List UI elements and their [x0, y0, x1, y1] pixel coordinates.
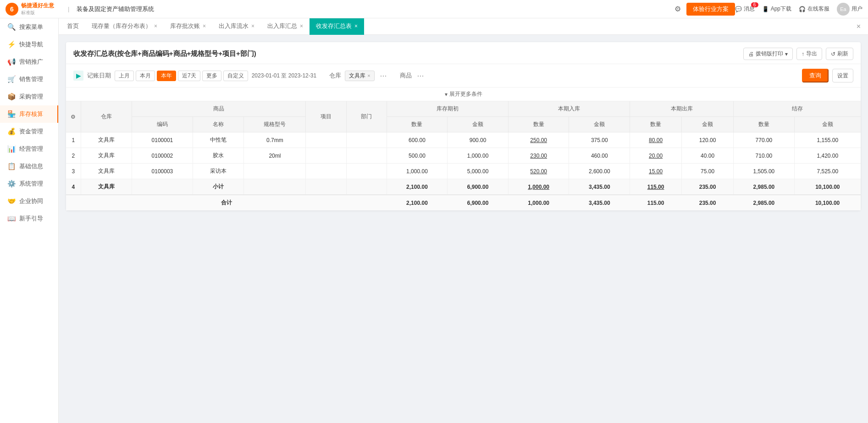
sidebar-item-quick[interactable]: ⚡ 快捷导航	[0, 36, 58, 53]
tab-recv-send[interactable]: 收发存汇总表 ×	[310, 18, 364, 35]
th-goods-name: 名称	[193, 117, 244, 132]
sidebar-item-system[interactable]: ⚙️ 系统管理	[0, 175, 58, 192]
sidebar-item-operation[interactable]: 📊 经营管理	[0, 140, 58, 158]
tab-inout-flow[interactable]: 出入库流水 ×	[212, 18, 261, 35]
sidebar-label-sales: 销售管理	[19, 75, 43, 83]
date-btn-more[interactable]: 更多	[202, 71, 221, 81]
chart-icon: 📊	[7, 145, 16, 153]
date-btn-7days[interactable]: 近7天	[178, 71, 200, 81]
sidebar-item-search[interactable]: 🔍 搜索菜单	[0, 18, 58, 36]
footer-bal-qty: 2,985.00	[734, 195, 795, 210]
date-btn-this-month[interactable]: 本月	[136, 71, 155, 81]
th-in-qty: 数量	[508, 117, 569, 132]
tab-close-inout-flow[interactable]: ×	[251, 23, 254, 29]
filter-area: ▶ 记账日期 上月 本月 本年 近7天 更多 自定义 2023-01-01 至 …	[66, 64, 861, 88]
sidebar-item-marketing[interactable]: 📢 营销推广	[0, 53, 58, 71]
date-range-text: 2023-01-01 至 2023-12-31	[252, 72, 316, 80]
tab-inout-summary[interactable]: 出入库汇总 ×	[261, 18, 310, 35]
refresh-button[interactable]: ↺ 刷新	[826, 48, 853, 60]
message-badge: 6	[751, 2, 758, 7]
page-card: 收发存汇总表(按仓库+商品编码+商品+规格型号+项目+部门) 🖨 拨销版打印 ▾…	[66, 42, 861, 210]
chevron-down-small-icon: ▾	[445, 91, 448, 98]
chevron-down-icon: ▾	[785, 51, 788, 57]
th-project: 项目	[306, 101, 346, 132]
warehouse-more[interactable]: ···	[380, 71, 387, 81]
th-goods-code: 编码	[132, 117, 193, 132]
th-bal-qty: 数量	[734, 117, 795, 132]
list-icon: 📋	[7, 162, 16, 170]
headset-icon: 🎧	[799, 6, 806, 12]
expand-more-button[interactable]: ▾ 展开更多条件	[445, 90, 482, 98]
sidebar-item-sales[interactable]: 🛒 销售管理	[0, 71, 58, 88]
footer-in-amt: 3,435.00	[569, 195, 630, 210]
date-btn-custom[interactable]: 自定义	[223, 71, 248, 81]
message-icon-item[interactable]: 💬 消息 6	[735, 5, 755, 13]
export-button[interactable]: ↑ 导出	[796, 48, 822, 60]
tab-close-inout-summary[interactable]: ×	[300, 23, 303, 29]
warehouse-tag-close[interactable]: ×	[367, 73, 370, 78]
tab-home[interactable]: 首页	[61, 18, 85, 35]
expand-more-row: ▾ 展开更多条件	[66, 88, 861, 101]
tab-close-recv-send[interactable]: ×	[354, 23, 358, 29]
settings-filter-button[interactable]: 设置	[832, 69, 853, 82]
th-open-qty: 数量	[387, 117, 448, 132]
sidebar-label-enterprise: 企业协同	[19, 197, 43, 205]
sidebar-item-finance[interactable]: 💰 资金管理	[0, 123, 58, 140]
sidebar-label-marketing: 营销推广	[19, 58, 43, 66]
sidebar-item-inventory[interactable]: 🏪 库存核算	[0, 105, 58, 123]
footer-open-amt: 6,900.00	[448, 195, 509, 210]
sidebar-label-guide: 新手引导	[19, 214, 43, 223]
th-opening: 库存期初	[387, 101, 508, 117]
app-download-label: App下载	[771, 5, 791, 13]
th-open-amt: 金额	[448, 117, 509, 132]
handshake-icon: 🤝	[7, 197, 16, 205]
gear-icon: ⚙️	[7, 180, 16, 188]
footer-in-qty: 1,000.00	[508, 195, 569, 210]
th-goods-spec: 规格型号	[244, 117, 306, 132]
print-button[interactable]: 🖨 拨销版打印 ▾	[743, 48, 793, 60]
date-label: 记账日期	[87, 71, 111, 80]
page-header-actions: 🖨 拨销版打印 ▾ ↑ 导出 ↺ 刷新	[743, 48, 853, 60]
query-button[interactable]: 查询	[802, 69, 829, 82]
filter-expand-button[interactable]: ▶	[73, 71, 83, 81]
th-settings[interactable]: ⚙	[66, 101, 81, 132]
phone-icon: 📱	[762, 6, 769, 12]
message-icon: 💬	[735, 6, 742, 12]
tab-close-batch[interactable]: ×	[203, 23, 206, 29]
app-download-item[interactable]: 📱 App下载	[762, 5, 791, 13]
th-goods-group: 商品	[132, 101, 306, 117]
user-item[interactable]: Ea 用户	[837, 3, 862, 16]
th-bal-amt: 金额	[794, 117, 861, 132]
table-row: 3文具库0100003采访本1,000.005,000.00520.002,60…	[66, 164, 861, 179]
table-row: 2文具库0100002胶水20ml500.001,000.00230.00460…	[66, 148, 861, 164]
tab-inventory-dist[interactable]: 现存量（库存分布表） ×	[85, 18, 164, 35]
sidebar-item-purchase[interactable]: 📦 采购管理	[0, 88, 58, 105]
try-button[interactable]: 体验行业方案	[686, 3, 735, 16]
main-area: 🔍 搜索菜单 ⚡ 快捷导航 📢 营销推广 🛒 销售管理 📦 采购管理	[0, 18, 868, 423]
sidebar-item-enterprise[interactable]: 🤝 企业协同	[0, 192, 58, 210]
sidebar-label-search: 搜索菜单	[19, 23, 43, 31]
warehouse-label: 仓库	[329, 71, 341, 80]
goods-more[interactable]: ···	[417, 71, 424, 81]
tab-bar: 首页 现存量（库存分布表） × 库存批次账 × 出入库流水 × 出入库汇总 ×	[59, 18, 868, 35]
tab-batch[interactable]: 库存批次账 ×	[164, 18, 212, 35]
date-btn-last-month[interactable]: 上月	[115, 71, 134, 81]
filter-warehouse-area: 仓库 文具库 × ···	[329, 71, 387, 81]
main-table: ⚙ 仓库 商品 项目 部门 库存期初 本期入库 本期出库 结存	[66, 101, 861, 210]
sidebar-item-guide[interactable]: 📖 新手引导	[0, 210, 58, 227]
warehouse-tag[interactable]: 文具库 ×	[345, 71, 374, 81]
logo-text: 畅捷通好生意	[21, 2, 54, 10]
filter-actions: 查询 设置	[802, 69, 853, 82]
settings-icon[interactable]: ⚙	[674, 5, 681, 13]
th-out-amt: 金额	[682, 117, 734, 132]
tab-bar-close-all[interactable]: ×	[851, 22, 866, 31]
warehouse-tag-text: 文具库	[349, 72, 365, 80]
system-title: 装备及固定资产辅助管理系统	[77, 5, 670, 13]
sidebar-item-basic[interactable]: 📋 基础信息	[0, 158, 58, 175]
date-btn-this-year[interactable]: 本年	[157, 71, 176, 81]
th-in-amt: 金额	[569, 117, 630, 132]
online-service-item[interactable]: 🎧 在线客服	[799, 5, 829, 13]
tab-close-inventory-dist[interactable]: ×	[154, 23, 157, 29]
table-row: 1文具库0100001中性笔0.7mm600.00900.00250.00375…	[66, 132, 861, 148]
sidebar-label-operation: 经营管理	[19, 145, 43, 153]
